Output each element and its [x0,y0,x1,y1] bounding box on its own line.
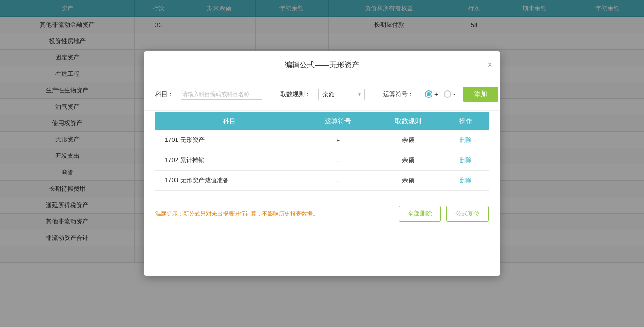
table-row: 1702 累计摊销 - 余额 删除 [155,150,489,171]
radio-plus[interactable]: + [425,90,438,98]
cell-rule-2: 余额 [373,150,443,171]
subject-label: 科目： [155,90,174,98]
operator-label: 运算符号： [383,90,414,98]
rule-label: 取数规则： [280,90,311,98]
col-subject: 科目 [155,112,303,130]
cell-subject-2: 1702 累计摊销 [155,150,303,171]
cell-operator-3: - [303,171,373,191]
form-row: 科目： 取数规则： 余额 借方 贷方 借方发生额 贷方发生额 ▼ 运算符号： + [144,78,500,111]
data-table-wrap: 科目 运算符号 取数规则 操作 1701 无形资产 + 余额 删除 [144,112,500,198]
col-rule: 取数规则 [373,112,443,130]
col-operator: 运算符号 [303,112,373,130]
hint-text: 温馨提示：新公式只对未出报表进行计算，不影响历史报表数据。 [155,210,318,218]
cell-operator-2: - [303,150,373,171]
radio-plus-circle [425,90,432,98]
cell-operator-1: + [303,130,373,150]
modal-footer: 温馨提示：新公式只对未出报表进行计算，不影响历史报表数据。 全部删除 公式复位 [144,198,500,231]
close-button[interactable]: × [487,60,492,69]
modal-header: 编辑公式——无形资产 × [144,51,500,78]
cell-subject-3: 1703 无形资产减值准备 [155,171,303,191]
radio-minus-circle [444,90,451,98]
modal-dialog: 编辑公式——无形资产 × 科目： 取数规则： 余额 借方 贷方 借方发生额 贷方… [144,51,500,276]
subject-input[interactable] [181,89,262,100]
delete-button-2[interactable]: 删除 [460,156,472,164]
rule-select[interactable]: 余额 借方 贷方 借方发生额 贷方发生额 [318,89,365,100]
delete-all-button[interactable]: 全部删除 [399,206,441,222]
add-button[interactable]: 添加 [463,87,498,102]
cell-rule-3: 余额 [373,171,443,191]
radio-minus[interactable]: - [444,90,455,98]
cell-subject-1: 1701 无形资产 [155,130,303,150]
modal-overlay: 编辑公式——无形资产 × 科目： 取数规则： 余额 借方 贷方 借方发生额 贷方… [0,0,644,327]
footer-buttons: 全部删除 公式复位 [399,206,489,222]
radio-minus-label: - [453,90,455,98]
delete-button-3[interactable]: 删除 [460,177,472,184]
radio-plus-label: + [434,90,438,98]
cell-action-1: 删除 [443,130,489,150]
cell-action-2: 删除 [443,150,489,171]
radio-group-operator: + - [425,90,455,98]
delete-button-1[interactable]: 删除 [460,136,472,143]
formula-table: 科目 运算符号 取数规则 操作 1701 无形资产 + 余额 删除 [155,112,489,191]
modal-title: 编辑公式——无形资产 [285,61,359,69]
table-row: 1701 无形资产 + 余额 删除 [155,130,489,150]
col-action: 操作 [443,112,489,130]
rule-select-container: 余额 借方 贷方 借方发生额 贷方发生额 ▼ [318,89,365,100]
cell-rule-1: 余额 [373,130,443,150]
reset-button[interactable]: 公式复位 [446,206,489,222]
table-row: 1703 无形资产减值准备 - 余额 删除 [155,171,489,191]
cell-action-3: 删除 [443,171,489,191]
